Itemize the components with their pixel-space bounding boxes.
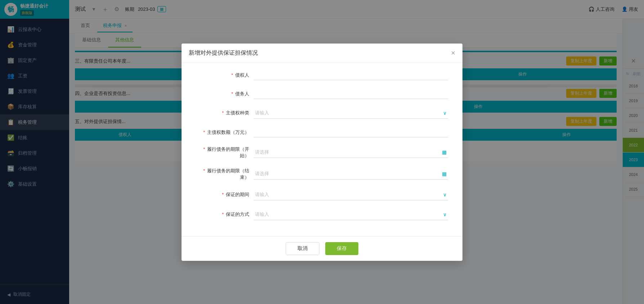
- input-debtor[interactable]: [254, 89, 448, 99]
- label-debtor: * 债务人: [196, 91, 254, 97]
- required-mark: *: [222, 212, 224, 217]
- required-mark: *: [203, 130, 205, 135]
- select-guarantee-method[interactable]: 请输入 ∨: [254, 209, 448, 220]
- field-guarantee-period: * 保证的期间 请输入 ∨: [196, 189, 448, 200]
- required-mark: *: [231, 72, 233, 78]
- date-picker-end[interactable]: 请选择 ▦: [254, 168, 448, 180]
- field-debt-start: * 履行债务的期限（开始） 请选择 ▦: [196, 146, 448, 159]
- required-mark: *: [222, 192, 224, 197]
- field-debt-end: * 履行债务的期限（结束） 请选择 ▦: [196, 168, 448, 181]
- label-creditor: * 债权人: [196, 72, 254, 78]
- required-mark: *: [203, 146, 205, 152]
- select-placeholder-gm: 请输入: [255, 211, 269, 218]
- modal-footer: 取消 保存: [182, 236, 462, 261]
- field-claim-amount: * 主债权数额（万元）: [196, 127, 448, 137]
- chevron-down-icon-gp: ∨: [443, 192, 447, 198]
- calendar-start-icon: ▦: [442, 149, 447, 155]
- select-placeholder: 请输入: [255, 110, 269, 116]
- label-guarantee-period: * 保证的期间: [196, 191, 254, 198]
- input-claim-amount[interactable]: [254, 127, 448, 137]
- cancel-button[interactable]: 取消: [286, 242, 319, 255]
- modal-header: 新增对外提供保证担保情况 ×: [182, 44, 462, 63]
- label-debt-start: * 履行债务的期限（开始）: [196, 146, 254, 159]
- date-placeholder-end: 请选择: [255, 171, 269, 177]
- field-guarantee-method: * 保证的方式 请输入 ∨: [196, 209, 448, 220]
- required-mark: *: [203, 168, 205, 173]
- select-placeholder-gp: 请输入: [255, 191, 269, 198]
- required-mark: *: [222, 110, 224, 115]
- modal-dialog: 新增对外提供保证担保情况 × * 债权人 * 债务人: [182, 44, 462, 261]
- date-picker-start[interactable]: 请选择 ▦: [254, 147, 448, 158]
- label-claim-amount: * 主债权数额（万元）: [196, 129, 254, 136]
- date-placeholder-start: 请选择: [255, 149, 269, 155]
- modal-body: * 债权人 * 债务人 * 主债权种类 请输入: [182, 63, 462, 236]
- label-guarantee-method: * 保证的方式: [196, 211, 254, 218]
- input-creditor[interactable]: [254, 70, 448, 80]
- calendar-end-icon: ▦: [442, 171, 447, 177]
- field-claim-type: * 主债权种类 请输入 ∨: [196, 108, 448, 119]
- modal-title: 新增对外提供保证担保情况: [189, 49, 258, 57]
- label-debt-end: * 履行债务的期限（结束）: [196, 168, 254, 181]
- save-button[interactable]: 保存: [325, 242, 358, 255]
- required-mark: *: [231, 91, 233, 96]
- modal-overlay[interactable]: 新增对外提供保证担保情况 × * 债权人 * 债务人: [0, 0, 644, 304]
- select-claim-type[interactable]: 请输入 ∨: [254, 108, 448, 119]
- chevron-down-icon: ∨: [443, 110, 447, 116]
- modal-close-btn[interactable]: ×: [451, 49, 455, 56]
- field-creditor: * 债权人: [196, 70, 448, 80]
- select-guarantee-period[interactable]: 请输入 ∨: [254, 189, 448, 200]
- label-claim-type: * 主债权种类: [196, 110, 254, 116]
- chevron-down-icon-gm: ∨: [443, 212, 447, 217]
- field-debtor: * 债务人: [196, 89, 448, 99]
